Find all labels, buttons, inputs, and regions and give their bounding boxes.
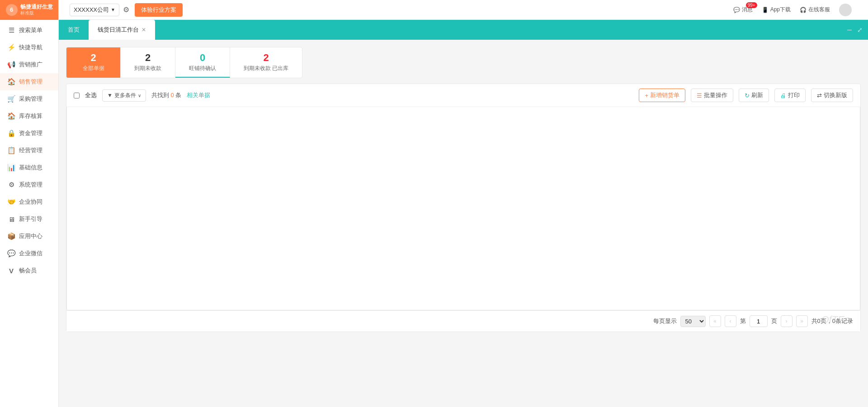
sidebar-item-inventory[interactable]: 🏠 库存核算 [0,108,58,125]
print-button[interactable]: 🖨 打印 [774,89,806,102]
download-icon: 📱 [762,7,769,13]
enterprise-icon: 🤝 [7,198,15,206]
stats-count-shipped: 2 [244,52,288,64]
guide-icon: 🖥 [7,215,15,223]
stats-tab-pending[interactable]: 0 旺铺待确认 [175,47,230,78]
sidebar-item-guide[interactable]: 🖥 新手引导 [0,211,58,228]
select-all-checkbox[interactable] [74,93,80,98]
filter-button[interactable]: ▼ 更多条件 ∨ [102,89,146,102]
related-link[interactable]: 相关单据 [187,91,210,99]
settings-icon[interactable]: ⚙ [123,5,129,14]
sidebar-item-label: 搜索菜单 [19,26,42,34]
total-records: 共0页，0条记录 [811,317,853,325]
page-label-ye: 页 [771,317,777,325]
online-service-label: 在线客服 [808,6,830,14]
sidebar-item-label: 企业协同 [19,198,42,206]
pagination-first-btn[interactable]: « [709,315,721,327]
logo-text-line2: 标准版 [20,10,53,16]
chevron-down-icon: ▼ [111,7,115,12]
stats-tab-overdue[interactable]: 2 到期未收款 [121,47,175,78]
sidebar-item-weixin[interactable]: 💬 企业微信 [0,245,58,262]
sidebar-item-sales[interactable]: 🏠 销售管理 [0,73,58,90]
new-sales-order-button[interactable]: + 新增销货单 [639,89,685,102]
switch-version-button[interactable]: ⇄ 切换新版 [811,89,853,102]
stats-label-all: 全部单据 [80,65,107,72]
toolbar-right: + 新增销货单 ☰ 批量操作 ↻ 刷新 🖨 打印 ⇄ 切换新版 [639,89,853,102]
sidebar-item-quick-nav[interactable]: ⚡ 快捷导航 [0,39,58,56]
sidebar: 6 畅捷通好生意 标准版 ☰ 搜索菜单 ⚡ 快捷导航 📢 营销推广 🏠 销售管理 [0,0,59,407]
company-name: XXXXXX公司 [74,6,109,14]
pagination-last-btn[interactable]: » [796,315,808,327]
sidebar-item-label: 快捷导航 [19,43,42,51]
content-panel: 全选 ▼ 更多条件 ∨ 共找到 0 条 相关单据 + 新增销货单 ☰ 批量操作 [66,84,861,332]
nav-corner: ─ ⤢ [847,26,868,33]
sidebar-item-operations[interactable]: 📋 经营管理 [0,142,58,159]
trial-button[interactable]: 体验行业方案 [135,3,183,17]
sidebar-item-label: 企业微信 [19,249,42,257]
found-prefix: 共找到 0 条 [151,91,181,99]
sidebar-item-label: 畅会员 [19,267,37,275]
sidebar-item-label: 营销推广 [19,61,42,69]
sidebar-item-label: 销售管理 [19,78,42,86]
tab-home[interactable]: 首页 [59,20,89,40]
sidebar-item-label: 新手引导 [19,215,42,223]
page-input[interactable] [750,315,768,327]
page-size-label: 每页显示 [653,317,677,325]
page-size-select[interactable]: 20 50 100 [680,316,706,327]
batch-operation-button[interactable]: ☰ 批量操作 [691,89,733,102]
tab-close-icon[interactable]: ✕ [142,27,146,33]
nav-minimize-icon[interactable]: ─ [847,26,852,33]
basic-info-icon: 📊 [7,164,15,172]
stats-tab-all[interactable]: 2 全部单据 [66,47,121,78]
sidebar-menu: ☰ 搜索菜单 ⚡ 快捷导航 📢 营销推广 🏠 销售管理 🛒 采购管理 🏠 库存核… [0,20,58,407]
sidebar-item-app-center[interactable]: 📦 应用中心 [0,228,58,245]
sidebar-item-funds[interactable]: 🔒 资金管理 [0,125,58,142]
avatar[interactable] [839,4,852,16]
operations-icon: 📋 [7,146,15,154]
stats-count-all: 2 [80,52,107,64]
print-icon: 🖨 [780,92,786,99]
new-label: 新增销货单 [650,91,679,99]
refresh-button[interactable]: ↻ 刷新 [739,89,769,102]
stats-label-pending: 旺铺待确认 [189,65,216,72]
pagination-prev-btn[interactable]: ‹ [725,315,736,327]
sidebar-item-system[interactable]: ⚙ 系统管理 [0,176,58,193]
stats-label-shipped: 到期未收款 已出库 [244,65,288,72]
sidebar-item-search-menu[interactable]: ☰ 搜索菜单 [0,22,58,39]
switch-icon: ⇄ [817,92,822,99]
quick-nav-icon: ⚡ [7,43,15,51]
online-service-btn[interactable]: 🎧 在线客服 [800,6,830,14]
sidebar-item-member[interactable]: V 畅会员 [0,262,58,279]
nav-maximize-icon[interactable]: ⤢ [857,26,863,33]
tab-home-label: 首页 [68,26,80,34]
sidebar-item-enterprise[interactable]: 🤝 企业协同 [0,193,58,211]
sidebar-item-marketing[interactable]: 📢 营销推广 [0,56,58,73]
sidebar-item-basic-info[interactable]: 📊 基础信息 [0,159,58,176]
nav-tabs: 首页 钱货日清工作台 ✕ ─ ⤢ [59,20,868,40]
message-btn[interactable]: 💬 消息 99+ [733,6,753,14]
app-download-btn[interactable]: 📱 App下载 [762,6,791,14]
batch-icon: ☰ [697,92,702,99]
sidebar-item-purchase[interactable]: 🛒 采购管理 [0,90,58,108]
search-menu-icon: ☰ [7,26,15,34]
inventory-icon: 🏠 [7,112,15,120]
service-icon: 🎧 [800,7,807,13]
marketing-icon: 📢 [7,61,15,69]
tab-workbench-label: 钱货日清工作台 [98,26,139,34]
page-label-di: 第 [740,317,746,325]
app-download-label: App下载 [770,6,791,14]
company-selector[interactable]: XXXXXX公司 ▼ [70,4,119,16]
filter-chevron-icon: ∨ [138,93,141,98]
purchase-icon: 🛒 [7,95,15,103]
sidebar-item-label: 经营管理 [19,146,42,154]
stats-tab-shipped[interactable]: 2 到期未收款 已出库 [230,47,302,78]
logo-icon: 6 [6,4,18,16]
tab-workbench[interactable]: 钱货日清工作台 ✕ [89,20,155,40]
sales-icon: 🏠 [7,78,15,86]
toolbar: 全选 ▼ 更多条件 ∨ 共找到 0 条 相关单据 + 新增销货单 ☰ 批量操作 [66,84,860,107]
sidebar-item-label: 系统管理 [19,181,42,189]
funds-icon: 🔒 [7,129,15,137]
pagination-next-btn[interactable]: › [781,315,793,327]
filter-label: 更多条件 [114,92,136,99]
member-icon: V [7,267,15,275]
